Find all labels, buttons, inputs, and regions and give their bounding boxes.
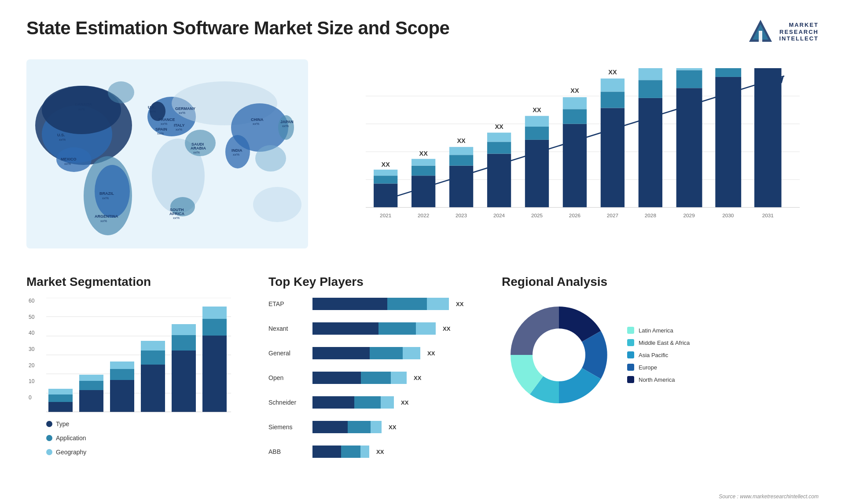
india-pct: xx% bbox=[233, 153, 239, 157]
player-xx-nexant: XX bbox=[443, 325, 450, 332]
svg-rect-41 bbox=[449, 147, 473, 155]
reg-label-asia-pacific: Asia Pacific bbox=[639, 352, 668, 358]
reg-label-europe: Europe bbox=[639, 364, 657, 371]
reg-color-europe bbox=[627, 364, 634, 371]
donut-hole bbox=[533, 329, 585, 381]
svg-text:XX: XX bbox=[457, 137, 466, 144]
svg-rect-103 bbox=[141, 341, 165, 351]
italy-pct: xx% bbox=[176, 128, 182, 131]
argentina-pct: xx% bbox=[100, 219, 107, 223]
player-row-nexant: Nexant XX bbox=[268, 322, 489, 335]
player-name-etap: ETAP bbox=[268, 300, 308, 307]
player-row-open: Open XX bbox=[268, 372, 489, 384]
svg-rect-35 bbox=[411, 166, 435, 176]
player-xx-etap: XX bbox=[456, 301, 463, 307]
mexico-label: MEXICO bbox=[61, 157, 77, 161]
svg-rect-107 bbox=[202, 336, 227, 412]
svg-rect-64 bbox=[639, 98, 662, 208]
india-label: INDIA bbox=[231, 148, 242, 153]
svg-rect-29 bbox=[374, 183, 397, 207]
source-text: Source : www.marketresearchintellect.com bbox=[719, 493, 819, 500]
regional-title: Regional Analysis bbox=[502, 275, 819, 289]
spain-label: SPAIN bbox=[155, 127, 167, 131]
svg-rect-31 bbox=[374, 170, 397, 176]
key-players-section: Top Key Players ETAP XX Nexant bbox=[268, 275, 489, 464]
svg-point-21 bbox=[253, 187, 301, 222]
seg-y-10: 10 bbox=[29, 378, 34, 384]
svg-rect-99 bbox=[110, 369, 134, 380]
svg-rect-94 bbox=[48, 389, 73, 394]
svg-rect-74 bbox=[715, 77, 741, 208]
france-pct: xx% bbox=[161, 122, 167, 126]
svg-rect-61 bbox=[601, 79, 625, 92]
player-xx-siemens: XX bbox=[389, 424, 396, 431]
reg-color-asia-pacific bbox=[627, 351, 634, 358]
player-name-abb: ABB bbox=[268, 448, 308, 455]
svg-text:2023: 2023 bbox=[456, 212, 467, 218]
svg-text:2022: 2022 bbox=[418, 212, 429, 218]
svg-rect-75 bbox=[715, 68, 741, 77]
svg-rect-101 bbox=[141, 365, 165, 412]
world-map-svg: CANADA xx% U.S. xx% MEXICO xx% BRAZIL xx… bbox=[26, 59, 308, 248]
svg-rect-44 bbox=[487, 154, 511, 208]
svg-text:2029: 2029 bbox=[683, 212, 695, 218]
reg-color-latin-america bbox=[627, 327, 634, 334]
us-pct: xx% bbox=[59, 138, 66, 142]
svg-rect-54 bbox=[563, 124, 587, 208]
svg-rect-51 bbox=[525, 116, 549, 127]
svg-text:2027: 2027 bbox=[607, 212, 618, 218]
player-row-etap: ETAP XX bbox=[268, 298, 489, 310]
svg-rect-49 bbox=[525, 140, 549, 208]
svg-rect-46 bbox=[487, 133, 511, 142]
logo-area: MARKET RESEARCH INTELLECT bbox=[746, 18, 819, 46]
france-label: FRANCE bbox=[158, 117, 175, 122]
player-xx-general: XX bbox=[427, 350, 435, 357]
player-row-schneider: Schneider XX bbox=[268, 396, 489, 409]
germany-pct: xx% bbox=[179, 111, 185, 115]
bar-chart-section: XX 2021 XX 2022 XX 2023 XX 2024 bbox=[326, 59, 819, 262]
logo-icon bbox=[746, 18, 775, 46]
player-xx-schneider: XX bbox=[401, 399, 408, 406]
svg-text:2024: 2024 bbox=[493, 212, 505, 218]
spain-pct: xx% bbox=[157, 131, 164, 135]
legend-type: Type bbox=[46, 420, 255, 427]
svg-rect-56 bbox=[563, 97, 587, 109]
safrica-pct: xx% bbox=[173, 216, 180, 220]
svg-rect-59 bbox=[601, 108, 625, 207]
svg-rect-92 bbox=[48, 402, 73, 412]
svg-text:XX: XX bbox=[533, 106, 541, 113]
brazil-label: BRAZIL bbox=[99, 191, 114, 196]
mexico-pct: xx% bbox=[64, 162, 71, 166]
legend-type-label: Type bbox=[56, 420, 69, 427]
svg-rect-39 bbox=[449, 166, 473, 208]
svg-rect-95 bbox=[79, 390, 103, 412]
canada-label: CANADA bbox=[75, 102, 92, 106]
svg-rect-96 bbox=[79, 381, 103, 390]
legend-geography: Geography bbox=[46, 449, 255, 456]
svg-rect-66 bbox=[639, 68, 662, 80]
svg-rect-2 bbox=[759, 31, 762, 42]
logo-text: MARKET RESEARCH INTELLECT bbox=[779, 22, 819, 42]
svg-text:2031: 2031 bbox=[762, 212, 774, 218]
segmentation-chart-svg: 2021 2022 2023 2024 2025 2026 bbox=[46, 298, 235, 412]
seg-y-40: 40 bbox=[29, 330, 34, 336]
svg-rect-104 bbox=[172, 351, 196, 412]
svg-rect-69 bbox=[676, 88, 702, 207]
reg-legend-north-america: North America bbox=[627, 376, 690, 383]
svg-rect-93 bbox=[48, 394, 73, 402]
svg-rect-50 bbox=[525, 127, 549, 140]
reg-legend-asia-pacific: Asia Pacific bbox=[627, 351, 690, 358]
player-name-open: Open bbox=[268, 374, 308, 381]
svg-rect-97 bbox=[79, 375, 103, 381]
brazil-pct: xx% bbox=[102, 196, 109, 200]
japan-label: JAPAN bbox=[280, 120, 294, 124]
reg-label-north-america: North America bbox=[639, 376, 675, 383]
reg-label-mea: Middle East & Africa bbox=[639, 340, 690, 346]
svg-rect-45 bbox=[487, 142, 511, 153]
us-label: U.S. bbox=[57, 133, 65, 137]
canada-pct: xx% bbox=[78, 107, 85, 111]
player-name-siemens: Siemens bbox=[268, 424, 308, 431]
segmentation-section: Market Segmentation 60 50 40 30 20 10 0 bbox=[26, 275, 255, 459]
argentina-label: ARGENTINA bbox=[95, 214, 118, 219]
player-name-nexant: Nexant bbox=[268, 325, 308, 332]
